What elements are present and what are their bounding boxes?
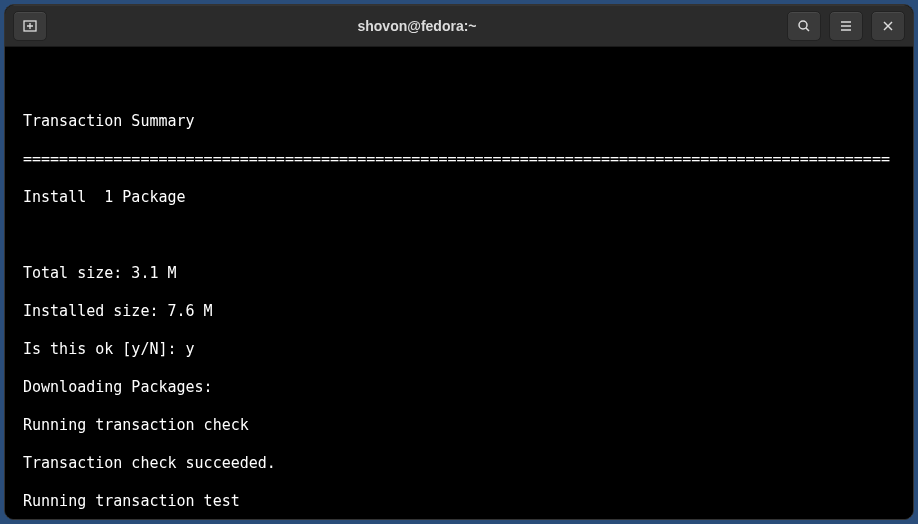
search-icon <box>796 18 812 34</box>
window-title: shovon@fedora:~ <box>49 18 785 34</box>
terminal-output[interactable]: Transaction Summary ====================… <box>5 47 913 519</box>
titlebar: shovon@fedora:~ <box>5 5 913 47</box>
output-line: Is this ok [y/N]: y <box>23 340 913 359</box>
hamburger-icon <box>838 18 854 34</box>
close-icon <box>881 19 895 33</box>
svg-point-3 <box>799 21 807 29</box>
close-button[interactable] <box>871 11 905 41</box>
output-line: Running transaction check <box>23 416 913 435</box>
output-divider: ========================================… <box>23 150 913 169</box>
new-tab-button[interactable] <box>13 11 47 41</box>
output-line <box>23 226 913 245</box>
svg-line-4 <box>806 28 809 31</box>
output-line: Transaction check succeeded. <box>23 454 913 473</box>
output-line: Transaction Summary <box>23 112 913 131</box>
menu-button[interactable] <box>829 11 863 41</box>
output-line: Downloading Packages: <box>23 378 913 397</box>
titlebar-controls <box>785 11 907 41</box>
search-button[interactable] <box>787 11 821 41</box>
new-tab-icon <box>22 18 38 34</box>
output-line: Installed size: 7.6 M <box>23 302 913 321</box>
output-line: Total size: 3.1 M <box>23 264 913 283</box>
output-line <box>23 74 913 93</box>
output-line: Running transaction test <box>23 492 913 511</box>
output-line: Install 1 Package <box>23 188 913 207</box>
terminal-window: shovon@fedora:~ Transaction Summary ====… <box>4 4 914 520</box>
